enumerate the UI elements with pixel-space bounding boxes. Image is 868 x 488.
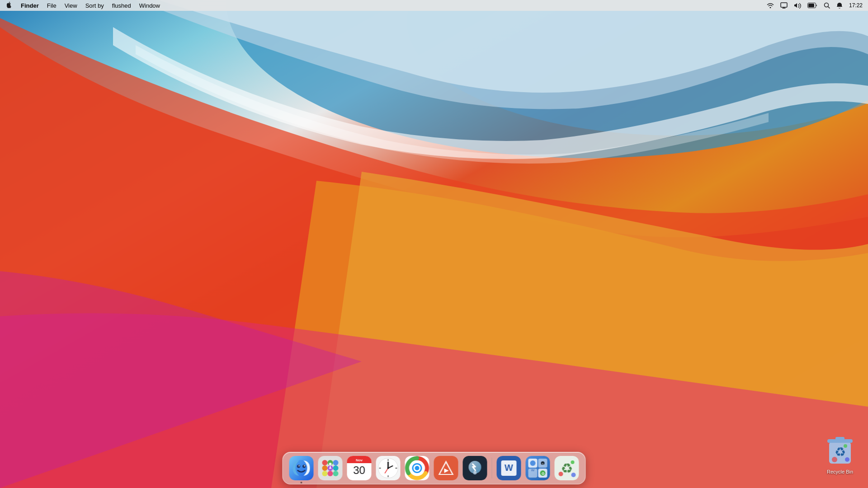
dock-trash-svg: ♻ bbox=[555, 456, 579, 480]
menu-flushed[interactable]: flushed bbox=[108, 1, 135, 10]
svg-point-29 bbox=[333, 471, 339, 476]
trash-icon-svg: ♻ bbox=[826, 435, 854, 467]
svg-point-11 bbox=[832, 457, 837, 462]
svg-text:Nov: Nov bbox=[356, 458, 363, 462]
svg-text:♻: ♻ bbox=[541, 472, 544, 476]
display-icon[interactable] bbox=[778, 0, 789, 11]
notification-symbol bbox=[836, 2, 843, 9]
steam-icon-svg bbox=[463, 456, 487, 480]
svg-point-30 bbox=[329, 463, 332, 465]
menubar-left: Finder File View Sort by flushed Window bbox=[4, 0, 164, 11]
dock-word[interactable]: W bbox=[496, 455, 522, 481]
dock-trash[interactable]: ♻ bbox=[554, 455, 580, 481]
dock-chrome[interactable] bbox=[404, 455, 430, 481]
menu-window[interactable]: Window bbox=[136, 1, 164, 10]
dock-finder[interactable] bbox=[288, 455, 315, 481]
finder-icon-svg bbox=[289, 456, 314, 480]
menubar-right: 17:22 bbox=[765, 0, 864, 11]
mission-control-svg: S W ♻ bbox=[526, 456, 550, 480]
calendar-icon-svg: Nov 30 bbox=[347, 456, 372, 480]
finder-dot bbox=[301, 482, 302, 483]
battery-symbol bbox=[807, 3, 817, 8]
search-symbol bbox=[824, 2, 830, 9]
word-icon-svg: W bbox=[497, 456, 521, 480]
svg-point-16 bbox=[297, 465, 300, 468]
search-icon[interactable] bbox=[822, 0, 832, 11]
svg-point-28 bbox=[328, 471, 333, 476]
wifi-symbol bbox=[767, 3, 774, 8]
battery-icon[interactable] bbox=[806, 0, 819, 11]
svg-rect-10 bbox=[835, 437, 844, 440]
svg-point-24 bbox=[322, 465, 328, 471]
svg-point-23 bbox=[333, 460, 339, 465]
svg-text:♻: ♻ bbox=[835, 445, 846, 459]
dock-container: Nov 30 bbox=[283, 452, 586, 484]
dock: Nov 30 bbox=[283, 452, 586, 484]
svg-point-76 bbox=[571, 473, 576, 477]
menu-finder[interactable]: Finder bbox=[17, 1, 42, 10]
svg-point-66 bbox=[530, 460, 536, 466]
svg-point-18 bbox=[298, 465, 299, 466]
menubar: Finder File View Sort by flushed Window bbox=[0, 0, 868, 11]
clock[interactable]: 17:22 bbox=[847, 2, 864, 9]
svg-rect-3 bbox=[781, 3, 787, 7]
dock-launchpad[interactable] bbox=[317, 455, 344, 481]
git-icon-svg: ▶ bbox=[434, 456, 458, 480]
svg-point-74 bbox=[559, 472, 563, 476]
volume-symbol bbox=[794, 2, 801, 9]
menu-file[interactable]: File bbox=[43, 1, 60, 10]
notification-icon[interactable] bbox=[835, 0, 844, 11]
dock-mission-control[interactable]: S W ♻ bbox=[525, 455, 551, 481]
chrome-icon-svg bbox=[405, 456, 429, 480]
trash-desktop-icon[interactable]: ♻ Recycle Bin bbox=[826, 435, 854, 474]
dock-separator bbox=[492, 458, 492, 479]
apple-menu[interactable] bbox=[4, 0, 16, 11]
svg-point-75 bbox=[571, 460, 575, 464]
wifi-icon[interactable] bbox=[765, 0, 776, 11]
svg-point-26 bbox=[333, 465, 339, 471]
svg-text:S: S bbox=[542, 463, 543, 465]
trash-label: Recycle Bin bbox=[827, 469, 853, 474]
dock-clock[interactable] bbox=[375, 455, 401, 481]
svg-point-27 bbox=[322, 471, 328, 476]
svg-text:W: W bbox=[505, 463, 513, 473]
svg-text:30: 30 bbox=[353, 464, 365, 476]
dock-calendar[interactable]: Nov 30 bbox=[346, 455, 373, 481]
svg-point-13 bbox=[845, 457, 849, 462]
dock-git[interactable]: ▶ bbox=[433, 455, 459, 481]
wallpaper bbox=[0, 0, 868, 488]
svg-text:W: W bbox=[531, 468, 535, 472]
clock-icon-svg bbox=[376, 456, 401, 480]
svg-point-12 bbox=[844, 444, 847, 448]
dock-steam[interactable] bbox=[462, 455, 488, 481]
desktop bbox=[0, 0, 868, 488]
menu-view[interactable]: View bbox=[61, 1, 81, 10]
menu-sort-by[interactable]: Sort by bbox=[82, 1, 108, 10]
svg-point-45 bbox=[387, 467, 389, 469]
svg-point-21 bbox=[322, 460, 328, 465]
svg-rect-5 bbox=[808, 4, 814, 7]
apple-icon bbox=[7, 2, 13, 9]
display-symbol bbox=[780, 2, 788, 9]
volume-icon[interactable] bbox=[792, 0, 803, 11]
svg-point-50 bbox=[415, 466, 420, 470]
svg-point-17 bbox=[302, 465, 306, 468]
svg-text:▶: ▶ bbox=[444, 467, 448, 474]
svg-point-19 bbox=[304, 465, 305, 466]
launchpad-icon-svg bbox=[318, 456, 343, 480]
